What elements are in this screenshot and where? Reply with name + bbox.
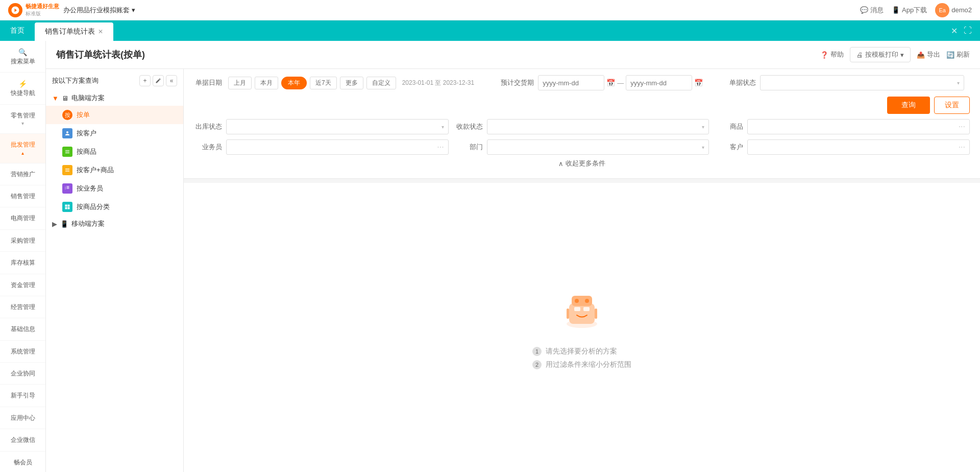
dept-field: 部门 ▾ — [455, 139, 709, 155]
filter-row-2: 出库状态 ▾ 收款状态 ▾ — [194, 119, 970, 134]
doc-status-select[interactable]: ▾ — [760, 75, 964, 90]
scheme-item-by-product-category[interactable]: 按商品分类 — [46, 198, 183, 216]
help-icon: ❓ — [820, 51, 828, 59]
collapse-panel-btn[interactable]: « — [166, 75, 177, 86]
collapse-filters-btn[interactable]: ∧ 收起更多条件 — [558, 159, 605, 168]
right-content: 单据日期 上月 本月 本年 近7天 更多 自定义 2023-01-01 至 20… — [184, 69, 980, 472]
expected-date-section: 预计交货期 📅 — 📅 — [501, 75, 703, 90]
sidebar-item-system[interactable]: 系统管理 — [0, 341, 45, 363]
edit-scheme-btn[interactable] — [153, 75, 164, 86]
customer-input[interactable]: ··· — [747, 139, 970, 155]
salesman-input[interactable]: ··· — [226, 139, 449, 155]
expected-date-start-input[interactable] — [538, 75, 604, 90]
more-options-icon[interactable]: ··· — [959, 122, 965, 131]
date-btn-this-year[interactable]: 本年 — [281, 77, 307, 89]
action-buttons: 查询 设置 — [887, 97, 970, 114]
sidebar-item-sales[interactable]: 销售管理 — [0, 185, 45, 207]
calendar-start-icon[interactable]: 📅 — [606, 79, 615, 87]
sidebar-item-retail[interactable]: 零售管理 ▾ — [0, 105, 45, 134]
product-input[interactable]: ··· — [747, 119, 970, 134]
salesman-field: 业务员 ··· — [194, 139, 449, 155]
quick-nav-icon: ⚡ — [18, 80, 27, 88]
sidebar-item-ecommerce[interactable]: 电商管理 — [0, 207, 45, 229]
date-range-display: 2023-01-01 至 2023-12-31 — [402, 79, 474, 87]
message-btn[interactable]: 💬 消息 — [860, 6, 884, 15]
svg-rect-6 — [583, 307, 590, 311]
page-header: 销售订单统计表(按单) ❓ 帮助 🖨 按模板打印 ▾ 📤 导出 — [46, 41, 980, 69]
expected-date-end-input[interactable] — [626, 75, 692, 90]
sidebar-item-wholesale[interactable]: 批发管理 ▴ — [0, 134, 45, 163]
scheme-item-by-customer-product[interactable]: 按客户+商品 — [46, 161, 183, 179]
pay-status-select[interactable]: ▾ — [487, 119, 709, 134]
add-scheme-btn[interactable]: + — [139, 75, 151, 86]
sidebar-item-marketing[interactable]: 营销推广 — [0, 163, 45, 185]
expand-window-icon[interactable]: ⛶ — [964, 26, 972, 36]
filter-row-1: 单据日期 上月 本月 本年 近7天 更多 自定义 2023-01-01 至 20… — [194, 75, 970, 114]
date-separator: — — [617, 79, 624, 87]
tab-home[interactable]: 首页 — [0, 20, 35, 41]
product-label: 商品 — [715, 122, 743, 131]
user-menu[interactable]: Ea demo2 — [935, 3, 972, 17]
scheme-item-by-salesman[interactable]: 按业务员 — [46, 179, 183, 198]
scheme-group-mobile-header[interactable]: ▶ 📱 移动端方案 — [46, 216, 183, 231]
sidebar-item-app-center[interactable]: 应用中心 — [0, 407, 45, 429]
refresh-btn[interactable]: 🔄 刷新 — [946, 50, 970, 59]
calendar-end-icon[interactable]: 📅 — [694, 79, 703, 87]
empty-tip-1: 1 请先选择要分析的方案 — [532, 347, 631, 356]
dept-select[interactable]: ▾ — [487, 139, 709, 155]
scheme-panel: 按以下方案查询 + « ▼ 🖥 — [46, 69, 184, 472]
monitor-icon: 🖥 — [62, 95, 68, 102]
customer-label: 客户 — [715, 143, 743, 152]
export-btn[interactable]: 📤 导出 — [917, 50, 940, 59]
svg-rect-7 — [567, 309, 569, 319]
close-window-icon[interactable]: ✕ — [951, 26, 958, 36]
more-customer-icon[interactable]: ··· — [959, 143, 965, 152]
tab-sales-stats[interactable]: 销售订单统计表 ✕ — [35, 22, 113, 41]
query-button[interactable]: 查询 — [887, 97, 930, 114]
sidebar-item-finance[interactable]: 资金管理 — [0, 274, 45, 296]
sidebar-item-quick-nav[interactable]: ⚡ 快捷导航 — [0, 73, 45, 104]
pay-status-label: 收款状态 — [455, 122, 483, 131]
date-btn-last-month[interactable]: 上月 — [228, 77, 252, 89]
print-btn[interactable]: 🖨 按模板打印 ▾ — [850, 47, 911, 62]
date-btn-custom[interactable]: 自定义 — [366, 77, 396, 89]
date-btn-last-7-days[interactable]: 近7天 — [310, 77, 337, 89]
content-area: 销售订单统计表(按单) ❓ 帮助 🖨 按模板打印 ▾ 📤 导出 — [46, 41, 980, 472]
sidebar-item-purchase[interactable]: 采购管理 — [0, 230, 45, 252]
dept-label: 部门 — [455, 143, 483, 152]
doc-status-label: 单据状态 — [729, 78, 756, 87]
print-dropdown-icon: ▾ — [900, 51, 904, 59]
page-title: 销售订单统计表(按单) — [56, 49, 145, 61]
scheme-icon-salesman — [62, 183, 72, 194]
app-download-btn[interactable]: 📱 App下载 — [892, 6, 927, 15]
scheme-item-by-customer[interactable]: 按客户 — [46, 124, 183, 143]
sidebar-item-member[interactable]: 畅会员 — [0, 452, 45, 472]
sidebar-item-operations[interactable]: 经营管理 — [0, 296, 45, 318]
scheme-group-pc-header[interactable]: ▼ 🖥 电脑端方案 — [46, 90, 183, 106]
download-icon: 📱 — [892, 6, 900, 14]
sidebar-item-guide[interactable]: 新手引导 — [0, 385, 45, 407]
ship-status-select[interactable]: ▾ — [226, 119, 449, 134]
scheme-item-by-product[interactable]: 按商品 — [46, 143, 183, 161]
doc-status-section: 单据状态 ▾ — [729, 75, 970, 90]
tip-num-1: 1 — [532, 347, 542, 356]
chevron-right-icon: ▶ — [52, 220, 57, 228]
sidebar-item-inventory[interactable]: 库存核算 — [0, 252, 45, 274]
date-btn-this-month[interactable]: 本月 — [255, 77, 278, 89]
chevron-down-icon: ▾ — [442, 124, 444, 130]
sidebar-item-search-menu[interactable]: 🔍 搜索菜单 — [0, 41, 45, 73]
sidebar-item-enterprise[interactable]: 企业协同 — [0, 363, 45, 385]
date-btn-more[interactable]: 更多 — [340, 77, 363, 89]
product-field: 商品 ··· — [715, 119, 970, 134]
workspace-selector[interactable]: 办公用品行业模拟账套 ▾ — [63, 6, 135, 15]
more-salesman-icon[interactable]: ··· — [437, 143, 444, 152]
tab-close-icon[interactable]: ✕ — [98, 28, 103, 35]
sidebar-item-wechat[interactable]: 企业微信 — [0, 429, 45, 451]
settings-button[interactable]: 设置 — [934, 97, 970, 114]
date-quick-btns: 上月 本月 本年 近7天 更多 自定义 — [228, 77, 396, 89]
refresh-icon: 🔄 — [946, 51, 954, 59]
help-btn[interactable]: ❓ 帮助 — [820, 50, 844, 59]
scheme-item-by-order[interactable]: 按 按单 — [46, 106, 183, 124]
sidebar-item-basic-info[interactable]: 基础信息 — [0, 318, 45, 340]
chevron-up-icon: ▴ — [21, 150, 24, 156]
